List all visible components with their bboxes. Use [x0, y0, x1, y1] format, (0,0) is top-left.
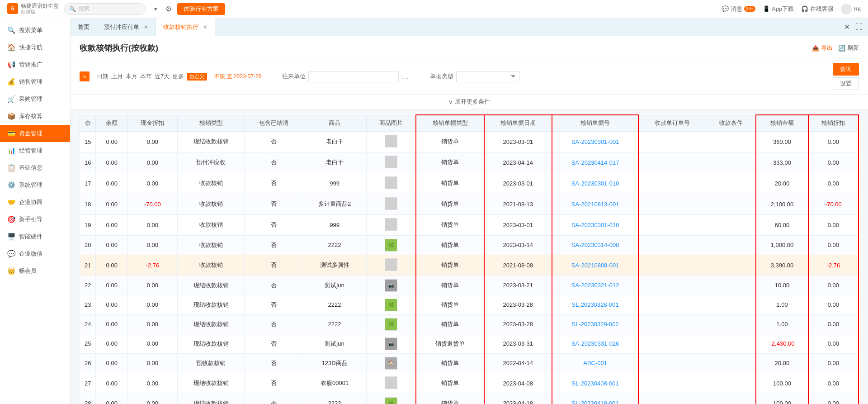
tab-prepay[interactable]: 预付冲应付单 ✕ [97, 18, 156, 36]
cell-bill-no[interactable]: SA-20230301-010 [552, 173, 639, 194]
cell-bill-no[interactable]: SA-20230321-012 [552, 276, 639, 295]
tab-close-prepay[interactable]: ✕ [144, 24, 148, 30]
close-window-btn[interactable]: ✕ [844, 23, 850, 31]
filter-custom-btn[interactable]: 自定义 [187, 73, 207, 81]
cell-bill-no[interactable]: SA-20230301-010 [552, 214, 639, 235]
filter-this-month[interactable]: 本月 [126, 72, 137, 81]
cell-no: 21 [80, 255, 96, 276]
cell-type: 现结收款核销 [177, 394, 245, 404]
cell-type: 现结收款核销 [177, 334, 245, 353]
cell-discount: 0.00 [808, 214, 859, 235]
settings-icon-btn[interactable]: ⚙ [165, 5, 172, 13]
product-img [385, 218, 397, 231]
sidebar-item-guide[interactable]: 🎯 新手引导 [0, 211, 70, 228]
chevron-down-small-icon: ∨ [448, 99, 453, 105]
cell-bill-no[interactable]: SA-20230301-001 [552, 131, 639, 152]
cell-bill-no[interactable]: SL-20230408-001 [552, 373, 639, 394]
col-settings[interactable]: ⚙ [80, 115, 96, 131]
filter-this-year[interactable]: 本年 [140, 72, 152, 81]
sidebar-item-purchase[interactable]: 🛒 采购管理 [0, 90, 70, 108]
industry-btn[interactable]: 体验行业方案 [177, 3, 225, 15]
sidebar-item-member[interactable]: 👑 畅会员 [0, 262, 70, 280]
cell-order-no [638, 235, 706, 255]
cell-balance: 0.00 [96, 194, 128, 214]
sidebar-item-operations[interactable]: 📊 经营管理 [0, 142, 70, 159]
partner-input[interactable] [308, 71, 399, 82]
cell-condition [706, 235, 756, 255]
bill-type-select[interactable] [456, 71, 519, 82]
col-order-no: 收款单订单号 [638, 115, 706, 131]
online-service-btn[interactable]: 🎧 在线客服 [801, 5, 834, 13]
query-btn[interactable]: 查询 [833, 63, 859, 76]
cell-bill-no[interactable]: ABC-001 [552, 353, 639, 373]
tab-home[interactable]: 首页 [71, 18, 97, 36]
filter-expand-row: ∨ 展开更多条件 [71, 95, 868, 110]
cell-bill-no[interactable]: SA-20230314-008 [552, 235, 639, 255]
app-download-btn[interactable]: 📱 App下载 [763, 5, 794, 13]
table-row: 15 0.00 0.00 现结收款核销 否 老白干 销货单 2023-03-01… [80, 131, 859, 152]
sidebar-item-sales[interactable]: 💰 销售管理 [0, 73, 70, 90]
cell-bill-date: 2023-03-21 [484, 276, 552, 295]
cell-condition [706, 131, 756, 152]
cell-bill-no[interactable]: SL-20230328-002 [552, 314, 639, 334]
sidebar-item-wechat[interactable]: 💬 企业微信 [0, 245, 70, 262]
cell-cash-discount: 0.00 [128, 295, 178, 314]
cell-bill-no[interactable]: SL-20230328-001 [552, 295, 639, 314]
sidebar-item-system[interactable]: ⚙️ 系统管理 [0, 176, 70, 194]
cell-product-img [366, 373, 416, 394]
sidebar-item-basic[interactable]: 📋 基础信息 [0, 159, 70, 176]
cell-amount: 3,390.00 [756, 255, 808, 276]
refresh-btn[interactable]: 🔄 刷新 [838, 44, 859, 52]
sidebar-item-search[interactable]: 🔍 搜索菜单 [0, 22, 70, 39]
cell-bill-date: 2023-03-01 [484, 214, 552, 235]
cell-product: 2222 [303, 295, 366, 314]
filter-expand-btn[interactable]: » [80, 71, 90, 81]
col-bill-date: 核销单据日期 [484, 115, 552, 131]
cell-cash-discount: 0.00 [128, 314, 178, 334]
page-title: 收款核销执行(按收款) [80, 43, 158, 53]
cell-product-img: 📷 [366, 276, 416, 295]
cell-bill-date: 2023-04-08 [484, 373, 552, 394]
user-profile[interactable]: Rit [841, 4, 861, 14]
table-row: 24 0.00 0.00 现结收款核销 否 2222 🌿 销货单 2023-03… [80, 314, 859, 334]
tab-close-writeoff[interactable]: ✕ [203, 24, 208, 30]
sidebar-item-finance[interactable]: 💳 资金管理 [0, 125, 70, 142]
cell-bill-no[interactable]: SA-20230331-026 [552, 334, 639, 353]
cell-order-no [638, 131, 706, 152]
product-img: 📷 [385, 279, 397, 292]
table-settings-icon[interactable]: ⚙ [85, 119, 91, 127]
settings-btn[interactable]: 设置 [833, 77, 859, 90]
cell-discount: 0.00 [808, 353, 859, 373]
cell-bill-no[interactable]: SA-20210808-001 [552, 255, 639, 276]
product-img [385, 258, 397, 271]
filter-more[interactable]: 更多 [172, 72, 184, 81]
cell-bill-date: 2023-03-28 [484, 295, 552, 314]
cell-bill-date: 2023-03-28 [484, 314, 552, 334]
sidebar-item-marketing[interactable]: 📢 营销推广 [0, 56, 70, 73]
cell-bill-no[interactable]: SL-20230418-001 [552, 394, 639, 404]
cell-included: 否 [245, 276, 303, 295]
sidebar-item-shortcut[interactable]: 🏠 快捷导航 [0, 39, 70, 56]
expand-more-btn[interactable]: ∨ 展开更多条件 [448, 98, 490, 106]
tab-writeoff[interactable]: 收款核销执行 ✕ [156, 18, 215, 36]
cell-no: 20 [80, 235, 96, 255]
cell-product: 2222 [303, 235, 366, 255]
sidebar-item-hardware[interactable]: 🖥️ 智能硬件 [0, 228, 70, 245]
message-btn[interactable]: 💬 消息 99+ [722, 5, 755, 13]
cell-discount: 0.00 [808, 131, 859, 152]
export-btn[interactable]: 📤 导出 [812, 44, 833, 52]
maximize-btn[interactable]: ⛶ [855, 23, 863, 31]
sidebar-item-collab[interactable]: 🤝 企业协同 [0, 194, 70, 211]
cell-bill-no[interactable]: SA-20210813-001 [552, 194, 639, 214]
col-type: 核销类型 [177, 115, 245, 131]
filter-last-month[interactable]: 上月 [111, 72, 123, 81]
cell-amount: 60.00 [756, 214, 808, 235]
cell-bill-type: 销货单 [416, 131, 484, 152]
sidebar-item-inventory[interactable]: 📦 库存核算 [0, 108, 70, 125]
cell-bill-no[interactable]: SA-20230414-017 [552, 152, 639, 173]
filter-last7[interactable]: 近7天 [155, 72, 170, 81]
search-dropdown[interactable]: ▾ [151, 5, 160, 12]
page-content: 收款核销执行(按收款) 📤 导出 🔄 刷新 » 日期 上月 [71, 36, 868, 404]
cell-balance: 0.00 [96, 173, 128, 194]
sidebar-icon-operations: 📊 [7, 147, 15, 155]
